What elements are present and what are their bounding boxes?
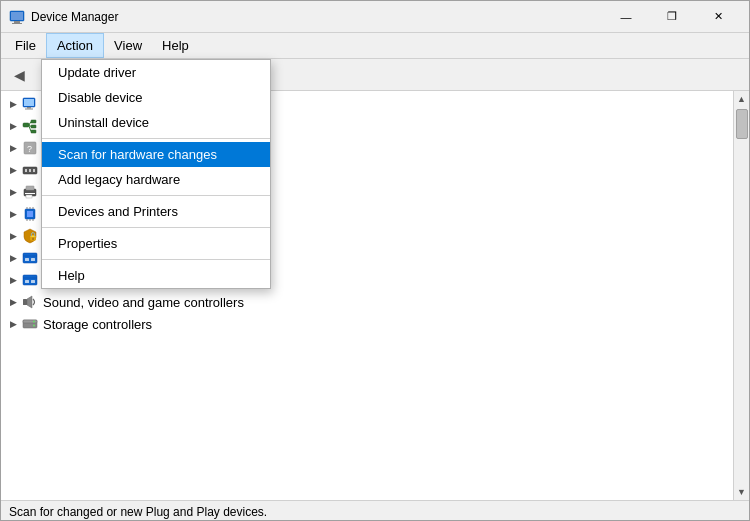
scroll-thumb[interactable] bbox=[736, 109, 748, 139]
svg-rect-26 bbox=[27, 211, 33, 217]
svg-line-12 bbox=[29, 122, 31, 126]
svg-rect-22 bbox=[26, 186, 34, 190]
restore-button[interactable]: ❐ bbox=[649, 1, 695, 33]
svg-point-45 bbox=[33, 321, 35, 323]
tree-item-label: Storage controllers bbox=[43, 317, 152, 332]
tree-expand-arrow[interactable]: ▶ bbox=[5, 162, 21, 178]
dropdown-item-disable-device[interactable]: Disable device bbox=[42, 85, 270, 110]
window-title: Device Manager bbox=[31, 10, 603, 24]
svg-rect-1 bbox=[11, 12, 23, 20]
svg-rect-23 bbox=[25, 193, 35, 194]
scrollbar[interactable]: ▲ ▼ bbox=[733, 91, 749, 500]
svg-rect-24 bbox=[26, 195, 32, 198]
svg-rect-37 bbox=[31, 258, 35, 261]
tree-expand-arrow[interactable]: ▶ bbox=[5, 272, 21, 288]
tree-expand-arrow[interactable]: ▶ bbox=[5, 206, 21, 222]
tree-item-sound-video[interactable]: ▶Sound, video and game controllers bbox=[1, 291, 733, 313]
security-icon: 🔒 bbox=[21, 227, 39, 245]
svg-text:🔒: 🔒 bbox=[28, 231, 38, 241]
dropdown-separator bbox=[42, 195, 270, 196]
svg-rect-5 bbox=[24, 99, 34, 106]
software-icon bbox=[21, 271, 39, 289]
svg-rect-10 bbox=[31, 125, 36, 128]
menu-item-view[interactable]: View bbox=[104, 33, 152, 58]
minimize-button[interactable]: — bbox=[603, 1, 649, 33]
other-icon: ? bbox=[21, 139, 39, 157]
dropdown-separator bbox=[42, 138, 270, 139]
svg-text:?: ? bbox=[27, 144, 32, 154]
monitor-icon bbox=[21, 95, 39, 113]
svg-rect-40 bbox=[25, 280, 29, 283]
cpu-icon bbox=[21, 205, 39, 223]
status-bar: Scan for changed or new Plug and Play de… bbox=[1, 500, 749, 521]
svg-rect-6 bbox=[27, 107, 31, 109]
title-bar: Device Manager — ❐ ✕ bbox=[1, 1, 749, 33]
svg-rect-11 bbox=[31, 130, 36, 133]
dropdown-item-help[interactable]: Help bbox=[42, 263, 270, 288]
dropdown-separator bbox=[42, 259, 270, 260]
device-manager-window: Device Manager — ❐ ✕ File Action View He… bbox=[0, 0, 750, 521]
menu-item-file[interactable]: File bbox=[5, 33, 46, 58]
window-controls: — ❐ ✕ bbox=[603, 1, 741, 33]
tree-expand-arrow[interactable]: ▶ bbox=[5, 118, 21, 134]
dropdown-item-properties[interactable]: Properties bbox=[42, 231, 270, 256]
tree-expand-arrow[interactable]: ▶ bbox=[5, 294, 21, 310]
svg-rect-9 bbox=[31, 120, 36, 123]
tree-expand-arrow[interactable]: ▶ bbox=[5, 316, 21, 332]
svg-rect-8 bbox=[23, 123, 29, 127]
sound-icon bbox=[21, 293, 39, 311]
tree-expand-arrow[interactable]: ▶ bbox=[5, 96, 21, 112]
menu-item-help[interactable]: Help bbox=[152, 33, 199, 58]
svg-rect-18 bbox=[25, 169, 27, 172]
tree-item-storage-controllers[interactable]: ▶Storage controllers bbox=[1, 313, 733, 335]
dropdown-item-add-legacy[interactable]: Add legacy hardware bbox=[42, 167, 270, 192]
svg-rect-3 bbox=[12, 23, 22, 24]
dropdown-item-update-driver[interactable]: Update driver bbox=[42, 60, 270, 85]
tree-expand-arrow[interactable]: ▶ bbox=[5, 228, 21, 244]
ports-icon bbox=[21, 161, 39, 179]
svg-rect-7 bbox=[25, 109, 33, 110]
svg-rect-2 bbox=[14, 21, 20, 23]
tree-expand-arrow[interactable]: ▶ bbox=[5, 250, 21, 266]
menu-item-action[interactable]: Action bbox=[46, 33, 104, 58]
print-icon bbox=[21, 183, 39, 201]
status-text: Scan for changed or new Plug and Play de… bbox=[9, 505, 267, 519]
svg-rect-41 bbox=[31, 280, 35, 283]
storage-icon bbox=[21, 315, 39, 333]
software-icon bbox=[21, 249, 39, 267]
back-button[interactable]: ◀ bbox=[5, 62, 33, 88]
dropdown-separator bbox=[42, 227, 270, 228]
svg-rect-36 bbox=[25, 258, 29, 261]
svg-rect-34 bbox=[23, 253, 37, 263]
svg-rect-20 bbox=[33, 169, 35, 172]
app-icon bbox=[9, 9, 25, 25]
menu-bar: File Action View Help bbox=[1, 33, 749, 59]
svg-rect-38 bbox=[23, 275, 37, 285]
close-button[interactable]: ✕ bbox=[695, 1, 741, 33]
svg-rect-19 bbox=[29, 169, 31, 172]
scroll-up-button[interactable]: ▲ bbox=[734, 91, 750, 107]
tree-expand-arrow[interactable]: ▶ bbox=[5, 140, 21, 156]
network-icon bbox=[21, 117, 39, 135]
svg-point-46 bbox=[33, 325, 35, 327]
dropdown-item-uninstall-device[interactable]: Uninstall device bbox=[42, 110, 270, 135]
dropdown-item-scan-hardware[interactable]: Scan for hardware changes bbox=[42, 142, 270, 167]
tree-item-label: Sound, video and game controllers bbox=[43, 295, 244, 310]
action-dropdown: Update driverDisable deviceUninstall dev… bbox=[41, 59, 271, 289]
tree-expand-arrow[interactable]: ▶ bbox=[5, 184, 21, 200]
dropdown-item-devices-printers[interactable]: Devices and Printers bbox=[42, 199, 270, 224]
svg-rect-42 bbox=[23, 299, 27, 305]
scroll-down-button[interactable]: ▼ bbox=[734, 484, 750, 500]
